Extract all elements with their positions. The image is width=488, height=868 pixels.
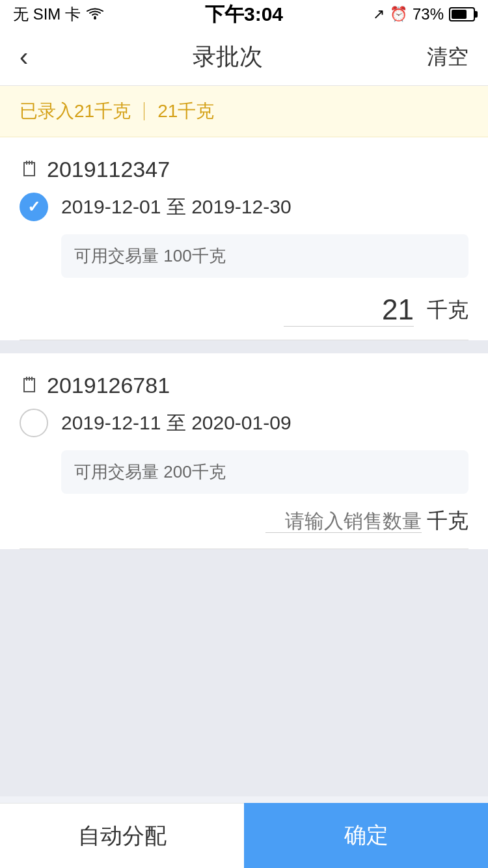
batch-1-quantity-row: 千克 xyxy=(0,278,488,327)
back-button[interactable]: ‹ xyxy=(20,42,28,72)
wifi-icon xyxy=(86,5,104,23)
batch-1-date-row[interactable]: ✓ 2019-12-01 至 2019-12-30 xyxy=(20,193,468,221)
batch-2-id: 2019126781 xyxy=(47,373,170,398)
batch-2-quantity-row: 千克 xyxy=(0,494,488,536)
batch-2-date-row[interactable]: 2019-12-11 至 2020-01-09 xyxy=(20,409,468,437)
auto-distribute-button[interactable]: 自动分配 xyxy=(0,803,244,868)
batch-1-id: 2019112347 xyxy=(47,157,170,182)
bottom-bar: 自动分配 确定 xyxy=(0,803,488,868)
batch-2-id-row: 🗒 2019126781 xyxy=(20,373,468,398)
status-bar: 无 SIM 卡 下午3:04 ↗ ⏰ 73% xyxy=(0,0,488,29)
svg-point-0 xyxy=(94,17,96,20)
info-banner: 已录入21千克 21千克 xyxy=(0,86,488,137)
section-divider xyxy=(0,340,488,353)
total-amount: 21千克 xyxy=(157,99,214,124)
batch-1-container: 🗒 2019112347 ✓ 2019-12-01 至 2019-12-30 可… xyxy=(0,137,488,340)
recorded-amount: 已录入21千克 xyxy=(20,99,131,124)
banner-divider xyxy=(144,102,144,120)
batch-1-item: 🗒 2019112347 ✓ 2019-12-01 至 2019-12-30 可… xyxy=(0,137,488,278)
status-left: 无 SIM 卡 xyxy=(13,4,104,25)
carrier-text: 无 SIM 卡 xyxy=(13,4,81,25)
nav-bar: ‹ 录批次 清空 xyxy=(0,29,488,86)
batch-2-container: 🗒 2019126781 2019-12-11 至 2020-01-09 可用交… xyxy=(0,353,488,549)
batch-1-avail: 可用交易量 100千克 xyxy=(61,234,468,278)
batch-1-quantity-input[interactable] xyxy=(284,293,414,327)
page-title: 录批次 xyxy=(193,41,263,73)
batch-2-radio[interactable] xyxy=(20,409,48,437)
batch-1-unit: 千克 xyxy=(427,296,468,325)
location-icon: ↗ xyxy=(373,6,385,23)
batch-2-item: 🗒 2019126781 2019-12-11 至 2020-01-09 可用交… xyxy=(0,353,488,494)
batch-1-doc-icon: 🗒 xyxy=(20,157,40,182)
status-right: ↗ ⏰ 73% xyxy=(373,5,475,23)
batch-1-date: 2019-12-01 至 2019-12-30 xyxy=(61,194,291,221)
batch-2-quantity-input[interactable] xyxy=(265,510,422,533)
batch-1-id-row: 🗒 2019112347 xyxy=(20,157,468,182)
batch-1-check-icon: ✓ xyxy=(27,198,40,216)
battery-icon xyxy=(449,7,475,21)
alarm-icon: ⏰ xyxy=(390,6,407,23)
status-time: 下午3:04 xyxy=(205,1,283,28)
battery-pct: 73% xyxy=(413,5,444,23)
empty-area xyxy=(0,549,488,796)
batch-2-avail: 可用交易量 200千克 xyxy=(61,450,468,494)
batch-2-date: 2019-12-11 至 2020-01-09 xyxy=(61,410,291,437)
batch-1-radio[interactable]: ✓ xyxy=(20,193,48,221)
batch-2-unit: 千克 xyxy=(427,507,468,536)
batch-2-doc-icon: 🗒 xyxy=(20,373,40,398)
confirm-button[interactable]: 确定 xyxy=(244,803,488,868)
clear-button[interactable]: 清空 xyxy=(427,43,468,72)
